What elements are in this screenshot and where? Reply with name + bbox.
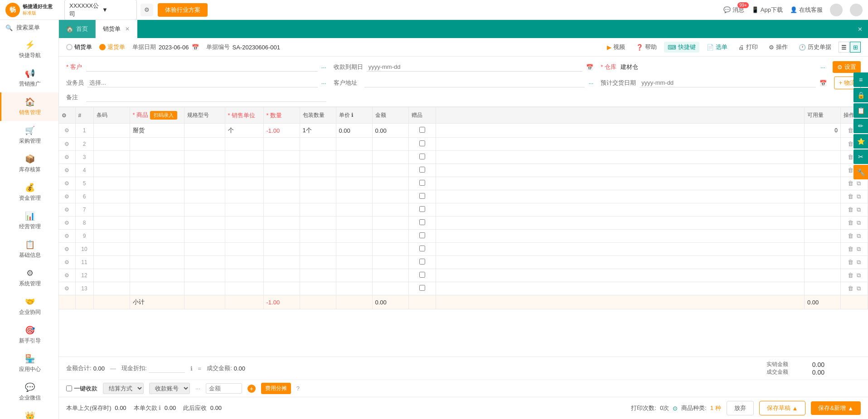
tab-close-btn[interactable]: ✕ [125, 26, 130, 32]
cell-qty-11[interactable] [263, 269, 300, 282]
cell-amount-12[interactable] [372, 282, 408, 295]
payment-help-icon[interactable]: ? [296, 385, 300, 392]
cell-barcode-2[interactable] [93, 151, 130, 164]
toolbar-print-btn[interactable]: 🖨 打印 [735, 42, 761, 53]
cell-amount-4[interactable] [372, 177, 408, 190]
cell-qty-7[interactable] [263, 217, 300, 230]
sidebar-item-operations[interactable]: 📊 经营管理 [0, 207, 58, 235]
help-info-icon[interactable]: ℹ [190, 365, 193, 372]
settings-btn[interactable]: ⚙ 设置 [833, 61, 861, 73]
cell-unit-10[interactable] [225, 256, 263, 269]
tab-close-all-btn[interactable]: ✕ [852, 20, 868, 38]
float-btn-7[interactable]: 🔧 [853, 165, 868, 179]
cell-price-1[interactable] [336, 138, 372, 151]
expected-date-input[interactable] [640, 78, 815, 87]
float-btn-5[interactable]: ⭐ [853, 134, 868, 149]
delete-icon-12[interactable]: 🗑 [848, 285, 853, 292]
delete-icon-3[interactable]: 🗑 [848, 167, 853, 173]
delete-icon-9[interactable]: 🗑 [848, 246, 853, 252]
cell-unit-3[interactable] [225, 164, 263, 177]
cell-amount-8[interactable] [372, 230, 408, 243]
cell-unit-2[interactable] [225, 151, 263, 164]
float-btn-2[interactable]: 🔒 [853, 88, 868, 102]
sidebar-item-sales[interactable]: 🏠 销售管理 [0, 92, 58, 121]
cell-pkgqty-0[interactable]: 1个 [300, 124, 336, 138]
cell-unit-4[interactable] [225, 177, 263, 190]
view-list-btn[interactable]: ☰ [839, 42, 849, 53]
payment-calendar-icon[interactable]: 📅 [586, 64, 593, 71]
cell-pkgqty-3[interactable] [300, 164, 336, 177]
cell-gift-8[interactable] [408, 230, 436, 243]
cell-price-4[interactable] [336, 177, 372, 190]
cell-settings-7[interactable]: ⚙ [59, 217, 75, 230]
this-doc-due-help[interactable]: ℹ [159, 405, 161, 411]
customer-input[interactable] [86, 63, 318, 72]
radio-sale[interactable]: 销货单 [66, 43, 92, 51]
copy-icon-10[interactable]: ⧉ [857, 259, 861, 265]
cell-gift-3[interactable] [408, 164, 436, 177]
cell-qty-12[interactable] [263, 282, 300, 295]
copy-icon-6[interactable]: ⧉ [857, 206, 861, 213]
cell-settings-0[interactable]: ⚙ [59, 124, 75, 138]
cell-product-1[interactable] [130, 138, 184, 151]
cell-pkgqty-4[interactable] [300, 177, 336, 190]
cell-spec-4[interactable] [184, 177, 225, 190]
cell-gift-6[interactable] [408, 203, 436, 217]
cell-settings-5[interactable]: ⚙ [59, 190, 75, 203]
sidebar-item-member[interactable]: 👑 畅会员 [0, 406, 58, 419]
customer-addr-input[interactable] [364, 78, 585, 87]
search-menu[interactable]: 🔍 搜索菜单 [0, 20, 58, 35]
save-new-btn[interactable]: 保存&新增 ▲ [811, 401, 861, 415]
cell-barcode-4[interactable] [93, 177, 130, 190]
cell-settings-6[interactable]: ⚙ [59, 203, 75, 217]
company-selector[interactable]: XXXXXX公司 ▼ [64, 0, 137, 20]
cell-amount-1[interactable] [372, 138, 408, 151]
cell-barcode-9[interactable] [93, 243, 130, 256]
cell-unit-8[interactable] [225, 230, 263, 243]
cell-settings-2[interactable]: ⚙ [59, 151, 75, 164]
remark-input[interactable] [86, 93, 326, 102]
cell-qty-9[interactable] [263, 243, 300, 256]
cell-spec-3[interactable] [184, 164, 225, 177]
cell-price-0[interactable]: 0.00 [336, 124, 372, 138]
cell-amount-10[interactable] [372, 256, 408, 269]
cell-unit-7[interactable] [225, 217, 263, 230]
delete-icon-1[interactable]: 🗑 [848, 140, 853, 147]
addr-more-btn[interactable]: ··· [588, 80, 593, 87]
cell-product-5[interactable] [130, 190, 184, 203]
save-draft-btn[interactable]: 保存草稿 ▲ [759, 401, 806, 415]
scan-btn[interactable]: 扫码录入 [150, 111, 177, 120]
cell-amount-7[interactable] [372, 217, 408, 230]
delete-icon-7[interactable]: 🗑 [848, 219, 853, 226]
cell-barcode-3[interactable] [93, 164, 130, 177]
cell-settings-8[interactable]: ⚙ [59, 230, 75, 243]
cell-product-2[interactable] [130, 151, 184, 164]
cell-pkgqty-6[interactable] [300, 203, 336, 217]
cell-qty-5[interactable] [263, 190, 300, 203]
cell-amount-9[interactable] [372, 243, 408, 256]
one-click-checkbox[interactable]: 一键收款 [66, 385, 97, 393]
cell-settings-12[interactable]: ⚙ [59, 282, 75, 295]
cell-product-12[interactable] [130, 282, 184, 295]
staff-input[interactable] [87, 78, 318, 87]
cell-product-8[interactable] [130, 230, 184, 243]
cell-spec-2[interactable] [184, 151, 225, 164]
discount-input[interactable] [149, 364, 185, 373]
cell-spec-11[interactable] [184, 269, 225, 282]
toolbar-history-btn[interactable]: 🕐 历史单据 [795, 42, 835, 53]
payment-account-select[interactable]: 收款账号 [149, 383, 190, 394]
cell-gift-12[interactable] [408, 282, 436, 295]
cell-qty-3[interactable] [263, 164, 300, 177]
cell-product-9[interactable] [130, 243, 184, 256]
online-service-btn[interactable]: 👤 在线客服 [790, 6, 823, 14]
cell-price-3[interactable] [336, 164, 372, 177]
view-grid-btn[interactable]: ⊞ [850, 42, 861, 53]
delete-icon-8[interactable]: 🗑 [848, 232, 853, 239]
toolbar-shortcut-btn[interactable]: ⌨ 快捷键 [664, 42, 699, 53]
cell-gift-11[interactable] [408, 269, 436, 282]
cell-spec-10[interactable] [184, 256, 225, 269]
expected-calendar-icon[interactable]: 📅 [820, 80, 827, 87]
cell-product-7[interactable] [130, 217, 184, 230]
cell-amount-0[interactable]: 0.00 [372, 124, 408, 138]
cell-qty-1[interactable] [263, 138, 300, 151]
